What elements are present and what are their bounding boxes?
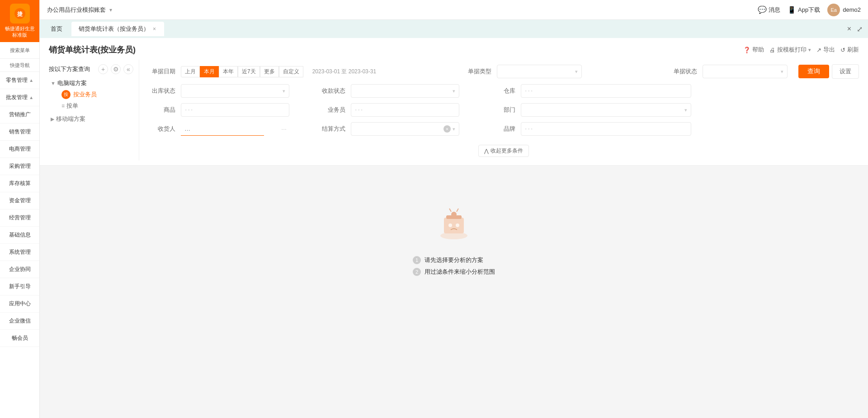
scheme-panel: 按以下方案查询 + ⚙ « ▼ 电脑端方案 xyxy=(49,60,139,161)
scheme-pc-group-toggle[interactable]: ▼ 电脑端方案 xyxy=(51,78,133,89)
date-btn-last-month[interactable]: 上月 xyxy=(181,66,200,77)
sidebar-item-retail[interactable]: 零售管理 ▲ xyxy=(0,72,39,89)
date-btn-7days[interactable]: 近7天 xyxy=(238,66,260,77)
sidebar-item-finance[interactable]: 资金管理 xyxy=(0,192,39,209)
main-area: 办公用品行业模拟账套 ▾ 💬 消息 📱 App下载 Ea demo2 首页 销货… xyxy=(40,0,868,418)
brand-select[interactable]: ··· xyxy=(521,122,691,136)
breadcrumb: 办公用品行业模拟账套 xyxy=(47,6,106,14)
empty-step-2: 2 用过滤条件来缩小分析范围 xyxy=(413,268,495,276)
filter-row-product: 商品 ··· 业务员 ··· 部门 ▾ xyxy=(148,103,859,117)
page-actions: ❓ 帮助 🖨 按模板打印 ▾ ↗ 导出 ↺ 刷新 xyxy=(743,46,859,54)
retail-arrow-icon: ▲ xyxy=(29,78,33,83)
svg-line-6 xyxy=(449,209,451,212)
export-label: 导出 xyxy=(823,46,835,54)
print-button[interactable]: 🖨 按模板打印 ▾ xyxy=(769,46,811,54)
message-icon: 💬 xyxy=(758,5,767,14)
scheme-item-by-order[interactable]: ≡ 按单 xyxy=(61,100,133,111)
mobile-group-arrow-icon: ▶ xyxy=(51,116,54,122)
settings-button[interactable]: 设置 xyxy=(832,64,859,79)
svg-text:捷: 捷 xyxy=(17,11,23,17)
tab-sales-stats[interactable]: 销货单统计表（按业务员） × xyxy=(71,22,164,36)
settlement-clear-btn[interactable]: × xyxy=(443,125,451,133)
sidebar-item-wholesale[interactable]: 批发管理 ▲ xyxy=(0,89,39,106)
sidebar-logo[interactable]: 捷 畅捷通好生意 标准版 xyxy=(0,0,39,42)
scheme-collapse-icon[interactable]: « xyxy=(123,64,133,74)
collapse-button[interactable]: ⋀ 收起更多条件 xyxy=(478,145,529,157)
sidebar-item-beginner[interactable]: 新手引导 xyxy=(0,278,39,295)
settlement-select[interactable]: × ▾ xyxy=(351,122,459,136)
sidebar-item-wechat[interactable]: 企业微信 xyxy=(0,313,39,330)
settlement-controls: × ▾ xyxy=(443,125,455,133)
query-panel: 按以下方案查询 + ⚙ « ▼ 电脑端方案 xyxy=(40,60,868,166)
header-left: 办公用品行业模拟账套 ▾ xyxy=(47,6,112,14)
date-btn-custom[interactable]: 自定义 xyxy=(279,66,303,77)
product-select[interactable]: ··· xyxy=(181,103,289,117)
export-button[interactable]: ↗ 导出 xyxy=(816,46,835,54)
step2-num: 2 xyxy=(413,268,421,276)
print-arrow-icon[interactable]: ▾ xyxy=(808,47,811,53)
help-button[interactable]: ❓ 帮助 xyxy=(743,46,764,54)
tab-maximize-button[interactable]: ⤢ xyxy=(855,23,864,35)
date-label: 单据日期 xyxy=(148,67,175,76)
payment-status-label: 收款状态 xyxy=(318,87,345,95)
product-dots-icon: ··· xyxy=(185,106,193,114)
dept-select[interactable]: ▾ xyxy=(521,103,691,117)
action-btn-group: 查询 设置 xyxy=(798,64,859,79)
scheme-item-by-salesman[interactable]: 按 按业务员 xyxy=(61,89,133,100)
refresh-button[interactable]: ↺ 刷新 xyxy=(840,46,859,54)
salesman-dots-icon: ··· xyxy=(355,106,363,114)
app-download-button[interactable]: 📱 App下载 xyxy=(788,6,820,14)
scheme-panel-title: 按以下方案查询 xyxy=(49,65,90,73)
sidebar-item-basic[interactable]: 基础信息 xyxy=(0,227,39,244)
warehouse-select[interactable]: ··· xyxy=(521,84,691,98)
page-content: 销货单统计表(按业务员) ❓ 帮助 🖨 按模板打印 ▾ ↗ 导出 xyxy=(40,38,868,418)
doc-status-select[interactable]: ▾ xyxy=(703,65,788,78)
sidebar-item-system[interactable]: 系统管理 xyxy=(0,244,39,261)
tab-close-icon[interactable]: × xyxy=(152,25,157,33)
empty-step-1: 1 请先选择要分析的方案 xyxy=(413,256,495,264)
scheme-settings-icon[interactable]: ⚙ xyxy=(111,64,121,74)
sidebar-item-marketing[interactable]: 营销推广 xyxy=(0,106,39,124)
top-header: 办公用品行业模拟账套 ▾ 💬 消息 📱 App下载 Ea demo2 xyxy=(40,0,868,20)
stock-status-select[interactable]: ▾ xyxy=(181,84,289,98)
empty-icon xyxy=(431,202,476,247)
print-icon: 🖨 xyxy=(769,47,775,53)
svg-line-7 xyxy=(457,209,458,212)
page-top-content: 销货单统计表(按业务员) ❓ 帮助 🖨 按模板打印 ▾ ↗ 导出 xyxy=(40,38,868,166)
scheme-add-icon[interactable]: + xyxy=(98,64,108,74)
sidebar-item-inventory[interactable]: 库存核算 xyxy=(0,175,39,192)
recipient-input[interactable] xyxy=(181,122,264,136)
sidebar-item-membership[interactable]: 畅会员 xyxy=(0,330,39,347)
svg-point-5 xyxy=(451,212,457,217)
salesman-select[interactable]: ··· xyxy=(351,103,459,117)
sidebar-item-apps[interactable]: 应用中心 xyxy=(0,295,39,313)
svg-point-8 xyxy=(448,223,452,227)
breadcrumb-dropdown-icon[interactable]: ▾ xyxy=(109,7,112,13)
header-right: 💬 消息 📱 App下载 Ea demo2 xyxy=(758,4,861,16)
sidebar-item-operations[interactable]: 经营管理 xyxy=(0,209,39,227)
sidebar-search[interactable]: 搜索菜单 xyxy=(0,42,39,59)
sidebar-quick-nav[interactable]: 快捷导航 xyxy=(0,59,39,72)
tab-minimize-button[interactable]: × xyxy=(845,23,853,35)
user-area[interactable]: Ea demo2 xyxy=(827,4,861,16)
scheme-mobile-group[interactable]: ▶ 移动端方案 xyxy=(51,113,133,125)
help-icon: ❓ xyxy=(743,47,750,53)
date-btn-this-year[interactable]: 本年 xyxy=(219,66,238,77)
warehouse-label: 仓库 xyxy=(488,87,515,95)
doc-type-select[interactable]: ▾ xyxy=(497,65,582,78)
tab-home[interactable]: 首页 xyxy=(43,22,70,36)
payment-status-select[interactable]: ▾ xyxy=(351,84,459,98)
page-title-bar: 销货单统计表(按业务员) ❓ 帮助 🖨 按模板打印 ▾ ↗ 导出 xyxy=(40,38,868,60)
logo-text: 畅捷通好生意 标准版 xyxy=(5,25,35,38)
sidebar-item-purchase[interactable]: 采购管理 xyxy=(0,158,39,175)
sidebar-item-sales[interactable]: 销售管理 xyxy=(0,124,39,141)
query-button[interactable]: 查询 xyxy=(798,65,829,78)
step1-text: 请先选择要分析的方案 xyxy=(425,256,483,264)
sidebar-item-enterprise[interactable]: 企业协同 xyxy=(0,261,39,278)
date-btn-more[interactable]: 更多 xyxy=(260,66,279,77)
message-button[interactable]: 💬 消息 xyxy=(758,5,780,14)
date-btn-this-month[interactable]: 本月 xyxy=(200,66,219,77)
stock-status-label: 出库状态 xyxy=(148,87,175,95)
sidebar-item-ecommerce[interactable]: 电商管理 xyxy=(0,141,39,158)
empty-steps: 1 请先选择要分析的方案 2 用过滤条件来缩小分析范围 xyxy=(413,256,495,276)
